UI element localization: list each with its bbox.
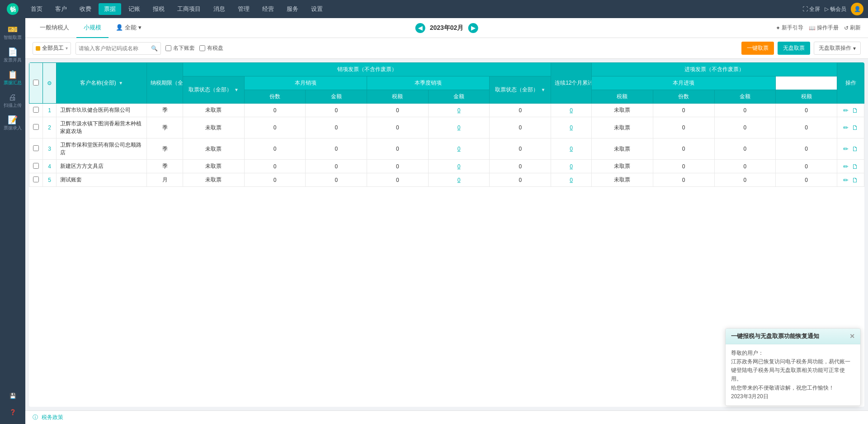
has-tax-disk-check[interactable] [199,45,205,51]
nav-item-accounting[interactable]: 记账 [123,3,146,15]
view-icon-3[interactable]: 🗋 [852,163,858,170]
edit-icon-4[interactable]: ✏ [843,176,849,184]
table-body: 1 卫辉市玖玖健合医药有限公司 季 未取票 0 0 0 0 0 0 未取票 0 … [29,104,864,187]
select-all-checkbox[interactable] [33,80,39,86]
sub-tabs-actions: ✦ 新手引导 📖 操作手册 ↺ 刷新 [776,24,861,32]
view-icon-1[interactable]: 🗋 [852,124,858,131]
row-checkbox-1[interactable] [29,117,43,138]
manual-button[interactable]: 📖 操作手册 [809,24,839,32]
sidebar-item-smart-invoice[interactable]: 🎫 智能取票 [1,23,24,43]
edit-icon-0[interactable]: ✏ [843,107,849,114]
row-sales-month-amount-2: 0 [306,138,367,160]
nav-item-settings[interactable]: 设置 [306,3,328,15]
table-row: 3 卫辉市保和堂医药有限公司忠顺路店 季 未取票 0 0 0 0 0 0 未取票… [29,138,864,160]
row-purchase-month-count-0: 0 [653,104,714,117]
sidebar-item-invoice-entry[interactable]: 📝 票据录入 [1,113,24,134]
row-sales-quarter-amount-2: 0 [428,138,490,160]
scan-upload-icon: 🖨 [9,93,17,101]
tab-all-type[interactable]: 👤 全能 ▾ [108,18,149,38]
nav-right: ⛶ 全屏 ▷ 畅会员 👤 [802,3,863,15]
sidebar-item-invoice-summary[interactable]: 📋 票据汇总 [1,68,24,89]
row-checkbox-4[interactable] [29,173,43,187]
col-sales-group: 销项发票（不含作废票） [183,63,551,76]
tab-general-taxpayer[interactable]: 一般纳税人 [33,18,76,38]
download-icon: 💾 [9,393,16,399]
row-sales-status-2: 未取票 [183,138,245,160]
search-icon[interactable]: 🔍 [151,45,158,52]
row-checkbox-0[interactable] [29,104,43,117]
tab-small-scale[interactable]: 小规模 [76,18,108,38]
row-annual-amount-0: 0 [551,104,592,117]
row-index-4: 5 [43,173,57,187]
nav-item-client[interactable]: 客户 [50,3,72,15]
edit-icon-2[interactable]: ✏ [843,145,849,152]
nav-item-manage[interactable]: 管理 [232,3,255,15]
view-icon-4[interactable]: 🗋 [852,176,858,184]
prev-month-button[interactable]: ◀ [415,23,425,33]
row-index-0: 1 [43,104,57,117]
row-tax-period-4: 月 [147,173,183,187]
nav-item-home[interactable]: 首页 [25,3,48,15]
row-checkbox-2[interactable] [29,138,43,160]
nav-item-billing[interactable]: 收费 [74,3,97,15]
my-accounts-check[interactable] [165,45,171,51]
employee-select[interactable]: 全部员工 ▾ [33,42,71,55]
search-box: 🔍 [75,42,161,55]
nav-item-message[interactable]: 消息 [208,3,231,15]
sidebar-bottom: 💾 ❓ [1,389,24,424]
notification-close-button[interactable]: ✕ [849,333,855,340]
user-avatar[interactable]: 👤 [851,3,863,15]
view-icon-2[interactable]: 🗋 [852,145,858,152]
nav-item-tax[interactable]: 报税 [147,3,170,15]
next-month-button[interactable]: ▶ [468,23,478,33]
sidebar-item-scan-upload[interactable]: 🖨 扫描上传 [1,91,24,111]
sidebar-item-issue-invoice[interactable]: 📄 发票开具 [1,45,24,66]
row-sales-status-0: 未取票 [183,104,245,117]
search-input[interactable] [79,45,151,52]
row-checkbox-3[interactable] [29,160,43,173]
col-sales-status: 取票状态（全部） ▼ [183,76,245,104]
nav-item-business[interactable]: 工商项目 [172,3,206,15]
row-purchase-month-amount-1: 0 [714,117,776,138]
row-index-2: 3 [43,138,57,160]
sidebar-help-button[interactable]: ❓ [1,405,24,419]
one-key-fetch-button[interactable]: 一键取票 [741,42,774,55]
col-purchase-group: 进项发票（不含作废票） [592,63,837,76]
issue-invoice-icon: 📄 [8,48,18,56]
customer-filter-icon[interactable]: ▼ [118,81,123,86]
notification-body: 尊敬的用户：江苏政务网已恢复访问电子税务局功能，易代账一键登陆电子税务局与无盘取… [726,344,860,405]
guide-icon: ✦ [776,25,780,31]
bottom-bar: ⓘ 税务政策 [25,410,868,424]
col-month-sales: 本月销项 [244,76,367,90]
sidebar-download-button[interactable]: 💾 [1,389,24,403]
has-tax-disk-checkbox[interactable]: 有税盘 [199,44,223,52]
my-accounts-checkbox[interactable]: 名下账套 [165,44,195,52]
row-purchase-month-count-1: 0 [653,117,714,138]
row-tax-period-2: 季 [147,138,183,160]
sub-tabs-bar: 一般纳税人 小规模 👤 全能 ▾ ◀ 2023年02月 ▶ ✦ 新手引导 📖 操… [25,18,868,38]
dropdown-icon: ▾ [853,45,856,52]
row-purchase-month-tax-3: 0 [776,160,837,173]
col-sales-month-amount: 金额 [306,90,367,104]
nav-item-service[interactable]: 服务 [281,3,304,15]
row-purchase-status-3: 未取票 [592,160,653,173]
no-disk-ops-button[interactable]: 无盘取票操作 ▾ [814,42,861,55]
edit-icon-1[interactable]: ✏ [843,124,849,131]
settings-icon[interactable]: ⚙ [47,80,52,86]
row-sales-quarter-amount-0: 0 [428,104,490,117]
notification-scroll[interactable]: 尊敬的用户：江苏政务网已恢复访问电子税务局功能，易代账一键登陆电子税务局与无盘取… [726,344,860,405]
refresh-button[interactable]: ↺ 刷新 [844,24,861,32]
edit-icon-3[interactable]: ✏ [843,163,849,170]
no-disk-fetch-button[interactable]: 无盘取票 [778,42,810,55]
new-guide-button[interactable]: ✦ 新手引导 [776,24,803,32]
purchase-status-filter-icon[interactable]: ▼ [541,87,546,92]
fullscreen-button[interactable]: ⛶ 全屏 [802,5,820,13]
row-name-3: 新建区方方文具店 [57,160,147,173]
member-button[interactable]: ▷ 畅会员 [825,5,846,13]
view-icon-0[interactable]: 🗋 [852,107,858,114]
nav-item-invoice[interactable]: 票据 [99,3,121,15]
current-month-label: 2023年02月 [430,24,464,32]
tax-policy-link[interactable]: 税务政策 [42,414,63,421]
sales-status-filter-icon[interactable]: ▼ [234,87,239,92]
nav-item-operate[interactable]: 经营 [257,3,279,15]
